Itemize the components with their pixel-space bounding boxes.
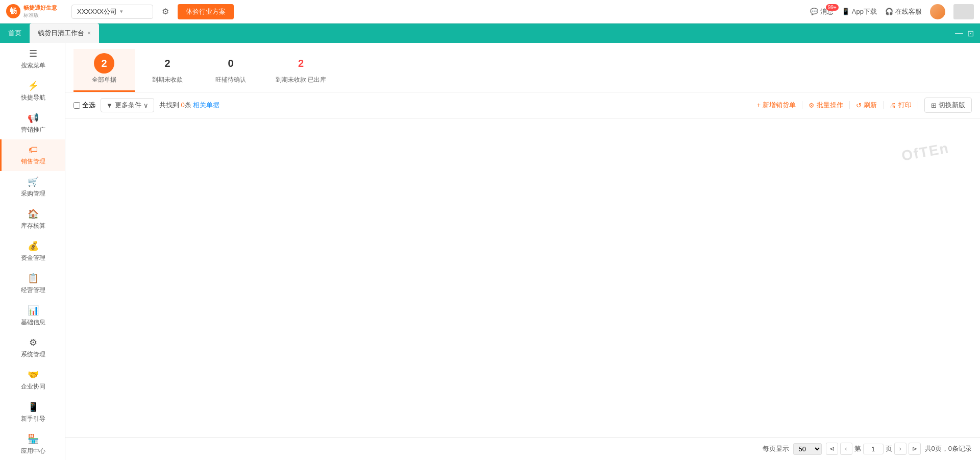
app-download-button[interactable]: 📱 App下载 <box>842 7 877 16</box>
tab-actions: — ⊡ <box>955 29 980 38</box>
empty-table: OfTEn <box>65 118 980 437</box>
user-name-area <box>953 4 974 19</box>
page-unit: 页 <box>886 444 892 453</box>
logo-icon: 畅 <box>6 4 20 18</box>
sidebar-label-purchase: 采购管理 <box>21 189 45 198</box>
quick-nav-icon: ⚡ <box>28 80 39 91</box>
message-button[interactable]: 💬 消息 99+ <box>810 7 834 16</box>
stat-tab-overdue[interactable]: 2 到期未收款 <box>137 49 198 92</box>
stat-count-overdue: 2 <box>157 53 178 74</box>
tab-active[interactable]: 钱货日清工作台 × <box>30 23 99 43</box>
avatar[interactable] <box>930 4 945 19</box>
filter-icon: ▼ <box>106 102 113 109</box>
top-header: 畅 畅捷通好生意 标准版 XXXXXX公司 ▾ ⚙ 体验行业方案 💬 消息 99… <box>0 0 980 23</box>
sidebar-label-system: 系统管理 <box>21 350 45 359</box>
refresh-icon: ↺ <box>856 102 862 109</box>
divider2 <box>849 101 850 109</box>
sidebar-item-system[interactable]: ⚙ 系统管理 <box>0 332 65 364</box>
sidebar-item-operations[interactable]: 📋 经营管理 <box>0 268 65 300</box>
app-download-label: App下载 <box>852 7 877 16</box>
refresh-label: 刷新 <box>864 101 877 110</box>
logo-area: 畅 畅捷通好生意 标准版 <box>6 4 71 18</box>
settings-button[interactable]: ⚙ <box>157 4 174 20</box>
logo-text: 畅捷通好生意 <box>23 4 57 11</box>
sidebar-item-basic-info[interactable]: 📊 基础信息 <box>0 300 65 332</box>
chevron-down-icon: ∨ <box>143 102 149 109</box>
sidebar-item-marketing[interactable]: 📢 营销推广 <box>0 107 65 139</box>
sidebar-item-app-center[interactable]: 🏪 应用中心 <box>0 428 65 460</box>
stats-tabs: 2 全部单据 2 到期未收款 0 旺辅待确认 2 到期未收款 已出库 <box>65 43 980 92</box>
sidebar-label-operations: 经营管理 <box>21 286 45 295</box>
print-button[interactable]: 🖨 打印 <box>890 101 912 110</box>
stat-count-all: 2 <box>94 53 114 74</box>
sidebar-item-beginner[interactable]: 📱 新手引导 <box>0 396 65 428</box>
sidebar-item-sales[interactable]: 🏷 销售管理 <box>0 139 65 171</box>
per-page-select[interactable]: 20 50 100 <box>793 443 822 455</box>
new-sales-button[interactable]: + 新增销货单 <box>757 101 796 110</box>
stat-tab-wangwang[interactable]: 0 旺辅待确认 <box>200 49 261 92</box>
stat-label-wangwang: 旺辅待确认 <box>215 76 246 84</box>
search-menu-icon: ☰ <box>29 48 37 59</box>
prev-page-button[interactable]: ‹ <box>840 443 852 455</box>
toolbar-right: + 新增销货单 ⚙ 批量操作 ↺ 刷新 🖨 打印 ⊞ <box>757 98 972 113</box>
divider4 <box>918 101 918 109</box>
stat-tab-all[interactable]: 2 全部单据 <box>74 49 135 92</box>
select-all-input[interactable] <box>74 102 80 109</box>
sidebar-item-search-menu[interactable]: ☰ 搜索菜单 <box>0 43 65 75</box>
tab-close-icon[interactable]: × <box>87 30 91 37</box>
page-navigation: ⊲ ‹ 第 页 › ⊳ <box>826 443 921 455</box>
divider3 <box>883 101 884 109</box>
content-area: 2 全部单据 2 到期未收款 0 旺辅待确认 2 到期未收款 已出库 全选 <box>65 43 980 460</box>
sidebar-item-finance[interactable]: 💰 资金管理 <box>0 235 65 268</box>
sidebar-item-enterprise[interactable]: 🤝 企业协同 <box>0 364 65 396</box>
logo-sub: 标准版 <box>23 12 57 19</box>
sidebar-label-marketing: 营销推广 <box>21 126 45 134</box>
header-right: 💬 消息 99+ 📱 App下载 🎧 在线客服 <box>810 4 974 19</box>
related-link[interactable]: 相关单据 <box>193 101 219 109</box>
found-count: 0 <box>181 101 185 109</box>
select-all-checkbox[interactable]: 全选 <box>74 101 95 110</box>
page-number-input[interactable] <box>863 444 884 454</box>
batch-operation-button[interactable]: ⚙ 批量操作 <box>808 101 843 110</box>
marketing-icon: 📢 <box>28 112 39 124</box>
filter-label: 更多条件 <box>115 101 141 110</box>
first-page-button[interactable]: ⊲ <box>826 443 838 455</box>
sidebar-item-inventory[interactable]: 🏠 库存核算 <box>0 203 65 235</box>
sidebar: ☰ 搜索菜单 ⚡ 快捷导航 📢 营销推广 🏷 销售管理 🛒 采购管理 🏠 库存核… <box>0 43 65 460</box>
operations-icon: 📋 <box>28 273 39 284</box>
company-name: XXXXXX公司 <box>77 7 117 16</box>
sidebar-label-search-menu: 搜索菜单 <box>21 61 45 70</box>
stat-tab-unshipped[interactable]: 2 到期未收款 已出库 <box>263 49 338 92</box>
finance-icon: 💰 <box>28 240 39 252</box>
main-layout: ☰ 搜索菜单 ⚡ 快捷导航 📢 营销推广 🏷 销售管理 🛒 采购管理 🏠 库存核… <box>0 43 980 460</box>
purchase-icon: 🛒 <box>28 176 39 187</box>
total-info: 共0页，0条记录 <box>925 444 972 453</box>
headset-icon: 🎧 <box>885 8 893 15</box>
last-page-button[interactable]: ⊳ <box>909 443 921 455</box>
tab-home[interactable]: 首页 <box>0 23 30 43</box>
stat-count-unshipped: 2 <box>291 53 311 74</box>
beginner-icon: 📱 <box>28 401 39 413</box>
filter-button[interactable]: ▼ 更多条件 ∨ <box>101 98 154 112</box>
message-badge: 99+ <box>826 4 839 11</box>
tab-maximize-icon[interactable]: ⊡ <box>967 29 974 38</box>
refresh-button[interactable]: ↺ 刷新 <box>856 101 877 110</box>
next-page-button[interactable]: › <box>894 443 906 455</box>
sidebar-item-purchase[interactable]: 🛒 采购管理 <box>0 171 65 203</box>
per-page-label: 每页显示 <box>763 444 789 453</box>
select-all-label: 全选 <box>82 101 95 110</box>
page-label: 第 <box>854 444 861 453</box>
active-tab-label: 钱货日清工作台 <box>38 29 84 38</box>
sidebar-item-quick-nav[interactable]: ⚡ 快捷导航 <box>0 75 65 107</box>
print-icon: 🖨 <box>890 102 896 109</box>
online-service-button[interactable]: 🎧 在线客服 <box>885 7 922 16</box>
switch-icon: ⊞ <box>931 102 937 109</box>
sidebar-label-quick-nav: 快捷导航 <box>21 93 45 102</box>
tab-bar: 首页 钱货日清工作台 × — ⊡ <box>0 23 980 43</box>
print-label: 打印 <box>898 101 912 110</box>
found-text: 共找到 0条 相关单据 <box>159 101 219 110</box>
switch-version-button[interactable]: ⊞ 切换新版 <box>924 98 972 113</box>
trial-button[interactable]: 体验行业方案 <box>178 4 234 19</box>
tab-minimize-icon[interactable]: — <box>955 29 963 38</box>
company-selector[interactable]: XXXXXX公司 ▾ <box>71 5 153 19</box>
